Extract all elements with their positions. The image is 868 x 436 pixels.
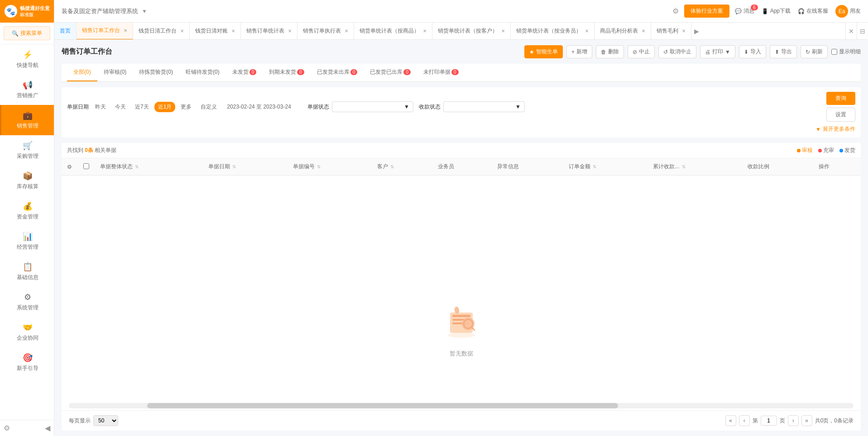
- close-tab-product[interactable]: ✕: [423, 28, 427, 33]
- sidebar-item-operations[interactable]: 📊 经营管理: [0, 226, 54, 256]
- message-button[interactable]: 💬 消息 6: [735, 7, 754, 15]
- sidebar-item-guide[interactable]: 🎯 新手引导: [0, 347, 54, 378]
- cancel-audit-action-button[interactable]: 充审: [818, 147, 834, 154]
- close-current-tab-button[interactable]: ✕: [845, 23, 857, 40]
- sub-tab-wangpu-ship[interactable]: 旺铺待发货(0): [179, 64, 226, 81]
- next-page-button[interactable]: ›: [788, 415, 799, 426]
- last-page-button[interactable]: »: [801, 415, 812, 426]
- sub-tab-pending-inspect[interactable]: 待拣货验货(0): [133, 64, 179, 81]
- print-button[interactable]: 🖨 打印 ▼: [700, 45, 735, 58]
- tab-sales-summary-product[interactable]: 销货单统计表（按商品） ✕: [354, 23, 432, 40]
- page-number-input[interactable]: [761, 416, 777, 426]
- sub-tab-expired-not-shipped[interactable]: 到期未发货0: [263, 64, 311, 81]
- scrollbar-thumb[interactable]: [147, 403, 618, 408]
- date-btn-more[interactable]: 更多: [177, 102, 195, 112]
- select-all-checkbox[interactable]: [83, 163, 89, 169]
- sort-date-icon[interactable]: ⇅: [232, 164, 236, 169]
- col-settings[interactable]: ⚙: [62, 158, 78, 175]
- first-page-button[interactable]: «: [725, 415, 736, 426]
- sort-received-icon[interactable]: ⇅: [682, 164, 686, 169]
- date-btn-1month[interactable]: 近1月: [154, 102, 176, 112]
- solution-button[interactable]: 体验行业方案: [684, 5, 729, 18]
- expand-more-button[interactable]: ▼ 展开更多条件: [815, 125, 855, 133]
- close-all-tabs-button[interactable]: ⊟: [857, 23, 868, 40]
- sort-customer-icon[interactable]: ⇅: [390, 164, 394, 169]
- date-btn-custom[interactable]: 自定义: [197, 102, 221, 112]
- tab-cash-reconcile[interactable]: 钱货日清对账 ✕: [190, 23, 241, 40]
- date-btn-7days[interactable]: 近7天: [131, 102, 153, 112]
- close-tab-cash-daily[interactable]: ✕: [180, 28, 184, 33]
- sidebar-item-cooperation[interactable]: 🤝 企业协同: [0, 317, 54, 347]
- collapse-sidebar-button[interactable]: ◀: [45, 424, 50, 432]
- tabs-more-button[interactable]: ▶: [691, 23, 702, 40]
- sub-tab-shipped-out[interactable]: 已发货已出库0: [364, 64, 417, 81]
- sort-amount-icon[interactable]: ⇅: [593, 164, 596, 169]
- smart-generate-button[interactable]: ★ 智能生单: [524, 45, 563, 58]
- date-btn-today[interactable]: 今天: [111, 102, 129, 112]
- close-tab-customer[interactable]: ✕: [501, 28, 505, 33]
- tab-home[interactable]: 首页: [54, 23, 77, 40]
- tab-sales-profit[interactable]: 销售毛利 ✕: [651, 23, 691, 40]
- search-menu-button[interactable]: 🔍 搜索菜单: [4, 26, 50, 40]
- horizontal-scrollbar[interactable]: [69, 403, 854, 408]
- col-status: 单据整体状态 ⇅: [95, 158, 203, 175]
- sub-tab-all[interactable]: 全部(0): [67, 64, 97, 81]
- system-dropdown-button[interactable]: ▼: [142, 8, 147, 14]
- status-select[interactable]: ▼: [332, 101, 413, 112]
- sort-status-icon[interactable]: ⇅: [135, 164, 139, 169]
- topbar-settings-icon[interactable]: ⚙: [672, 7, 679, 15]
- add-button[interactable]: + 新增: [566, 45, 592, 58]
- sidebar-item-system[interactable]: ⚙ 系统管理: [0, 287, 54, 317]
- online-service-button[interactable]: 🎧 在线客服: [798, 7, 828, 15]
- app-download-button[interactable]: 📱 App下载: [762, 7, 791, 15]
- sales-stats-tab-label: 销售订单统计表: [246, 27, 284, 35]
- close-tab-sales-exec[interactable]: ✕: [345, 28, 348, 33]
- audit-action-button[interactable]: 审核: [797, 147, 813, 154]
- tab-sales-summary-staff[interactable]: 销货单统计表（按业务员） ✕: [511, 23, 595, 40]
- sidebar-item-purchase[interactable]: 🛒 采购管理: [0, 135, 54, 166]
- ship-action-button[interactable]: 发货: [839, 147, 855, 154]
- sidebar-item-sales[interactable]: 💼 销售管理: [0, 105, 54, 135]
- tab-sales-exec[interactable]: 销售订单执行表 ✕: [297, 23, 354, 40]
- close-tab-staff[interactable]: ✕: [585, 28, 589, 33]
- sidebar-item-inventory[interactable]: 📦 库存核算: [0, 166, 54, 196]
- sub-tab-not-printed[interactable]: 未打印单据0: [417, 64, 465, 81]
- home-tab-label: 首页: [60, 27, 71, 35]
- tab-sales-workbench[interactable]: 销售订单工作台 ✕: [77, 23, 133, 40]
- sidebar-item-label: 营销推广: [17, 92, 38, 100]
- sub-tab-shipped-not-out[interactable]: 已发货未出库0: [311, 64, 364, 81]
- sub-tab-not-shipped[interactable]: 未发货0: [226, 64, 263, 81]
- user-menu-button[interactable]: Ea 用友: [835, 5, 861, 18]
- tab-sales-stats[interactable]: 销售订单统计表 ✕: [241, 23, 297, 40]
- close-tab-gross-profit[interactable]: ✕: [642, 28, 645, 33]
- close-tab-cash-reconcile[interactable]: ✕: [231, 28, 235, 33]
- stop-button[interactable]: ⊘ 中止: [628, 45, 655, 58]
- close-tab-sales-profit[interactable]: ✕: [682, 28, 686, 33]
- settings-bottom-button[interactable]: ⚙: [4, 424, 10, 432]
- close-tab-sales-stats[interactable]: ✕: [288, 28, 292, 33]
- delete-button[interactable]: 🗑 删除: [596, 45, 624, 58]
- show-detail-label[interactable]: 显示明细: [831, 48, 861, 56]
- query-button[interactable]: 查询: [826, 92, 855, 105]
- show-detail-checkbox[interactable]: [831, 49, 837, 55]
- refresh-button[interactable]: ↻ 刷新: [801, 45, 828, 58]
- sidebar-item-marketing[interactable]: 📢 营销推广: [0, 75, 54, 105]
- tab-gross-profit[interactable]: 商品毛利分析表 ✕: [595, 23, 651, 40]
- sort-number-icon[interactable]: ⇅: [317, 164, 321, 169]
- page-size-select[interactable]: 10 20 50 100: [93, 415, 118, 426]
- tab-sales-summary-customer[interactable]: 销货单统计表（按客户） ✕: [432, 23, 511, 40]
- sub-tab-pending-audit[interactable]: 待审核(0): [97, 64, 133, 81]
- tab-cash-daily[interactable]: 钱货日清工作台 ✕: [133, 23, 190, 40]
- prev-page-button[interactable]: ‹: [739, 415, 750, 426]
- import-button[interactable]: ⬇ 导入: [739, 45, 766, 58]
- sidebar-item-basic-info[interactable]: 📋 基础信息: [0, 256, 54, 287]
- date-btn-yesterday[interactable]: 昨天: [91, 102, 110, 112]
- set-button[interactable]: 设置: [826, 108, 855, 122]
- sidebar-item-finance[interactable]: 💰 资金管理: [0, 196, 54, 226]
- export-button[interactable]: ⬆ 导出: [770, 45, 797, 58]
- cancel-stop-button[interactable]: ↺ 取消中止: [658, 45, 696, 58]
- payment-select[interactable]: ▼: [443, 101, 525, 112]
- table-actions-right: 审核 充审 发货: [797, 147, 855, 154]
- close-tab-sales-workbench[interactable]: ✕: [124, 28, 127, 33]
- sidebar-item-quick-nav[interactable]: ⚡ 快捷导航: [0, 44, 54, 75]
